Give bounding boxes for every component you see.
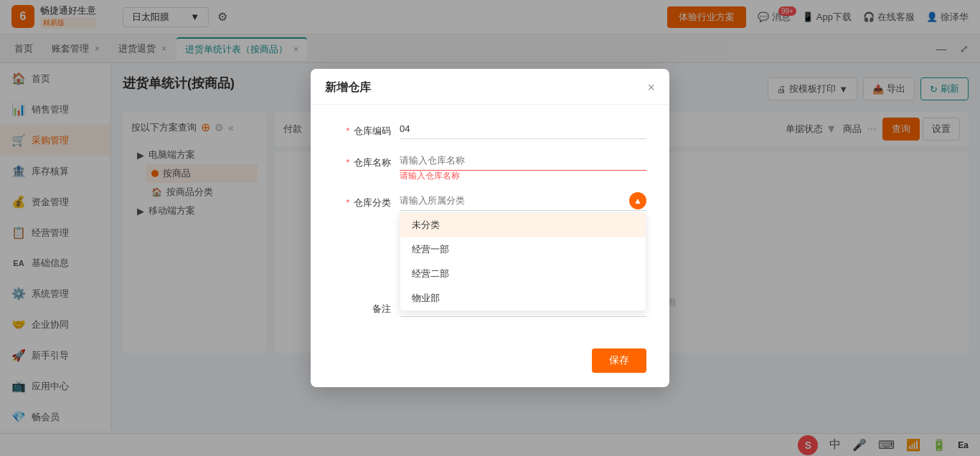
code-label: * 仓库编码 xyxy=(334,119,391,138)
name-error-msg: 请输入仓库名称 xyxy=(400,170,460,182)
notes-label: 备注 xyxy=(334,297,391,315)
modal-footer: 保存 xyxy=(311,343,669,373)
warehouse-code-input[interactable] xyxy=(400,119,646,139)
warehouse-code-row: * 仓库编码 xyxy=(334,119,646,139)
add-warehouse-modal: 新增仓库 × * 仓库编码 * 仓库名称 请输入仓库名称 xyxy=(311,69,669,387)
category-select-wrapper: ▲ xyxy=(400,191,646,211)
warehouse-name-row: * 仓库名称 请输入仓库名称 xyxy=(334,151,646,171)
category-required: * xyxy=(346,197,349,208)
dropdown-item-uncategorized[interactable]: 未分类 xyxy=(400,213,646,237)
category-label: * 仓库分类 xyxy=(334,191,391,209)
code-label-text: 仓库编码 xyxy=(354,125,391,136)
save-button[interactable]: 保存 xyxy=(592,348,646,373)
modal-close-btn[interactable]: × xyxy=(647,80,655,95)
category-label-text: 仓库分类 xyxy=(354,197,391,208)
dropdown-item-dept2[interactable]: 经营二部 xyxy=(400,262,646,286)
name-required: * xyxy=(346,157,349,168)
modal-header: 新增仓库 × xyxy=(311,69,669,105)
modal-body: * 仓库编码 * 仓库名称 请输入仓库名称 * 仓库分类 xyxy=(311,105,669,343)
category-toggle-btn[interactable]: ▲ xyxy=(629,192,646,209)
dropdown-item-dept1[interactable]: 经营一部 xyxy=(400,237,646,262)
arrow-up-icon: ▲ xyxy=(633,196,642,206)
dropdown-item-dept3[interactable]: 物业部 xyxy=(400,286,646,310)
name-label-text: 仓库名称 xyxy=(354,157,391,168)
warehouse-category-row: * 仓库分类 ▲ 未分类 经营一部 经营二部 物业部 xyxy=(334,191,646,211)
category-dropdown: 未分类 经营一部 经营二部 物业部 xyxy=(400,212,646,311)
warehouse-name-input[interactable] xyxy=(400,151,646,171)
modal-title: 新增仓库 xyxy=(325,80,371,95)
name-label: * 仓库名称 xyxy=(334,151,391,169)
modal-overlay: 新增仓库 × * 仓库编码 * 仓库名称 请输入仓库名称 xyxy=(0,0,980,456)
code-required: * xyxy=(346,125,349,136)
category-input[interactable] xyxy=(400,191,646,211)
